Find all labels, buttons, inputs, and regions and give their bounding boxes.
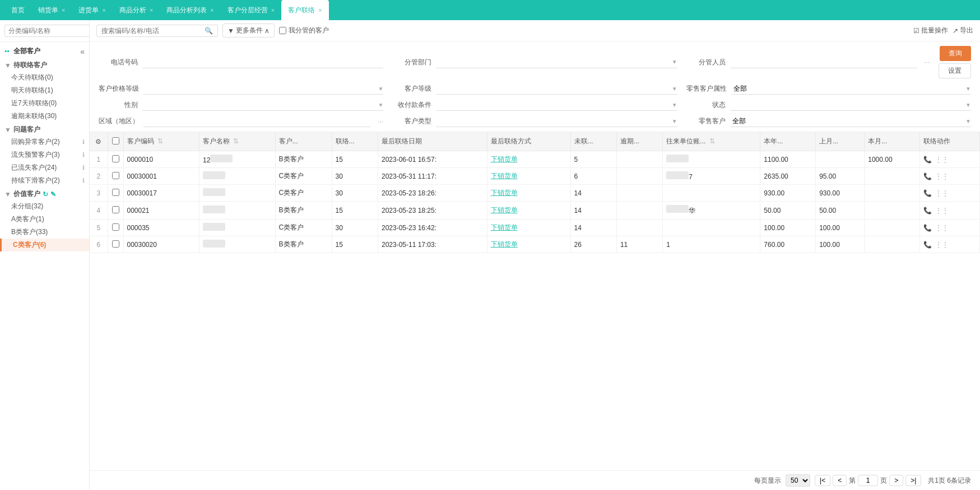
batch-btn[interactable]: ☑ 批量操作: [913, 26, 948, 35]
td-checkbox[interactable]: [108, 220, 123, 236]
dept-select[interactable]: [436, 57, 671, 68]
sidebar-item-overdue[interactable]: 逾期未联络(30): [0, 110, 89, 123]
close-product-analysis-icon[interactable]: ×: [150, 7, 153, 13]
my-customers-checkbox[interactable]: [279, 27, 286, 34]
page-input[interactable]: [858, 475, 878, 486]
collapse-btn[interactable]: «: [80, 47, 85, 56]
contact-link[interactable]: 下销货单: [491, 240, 518, 248]
search-input[interactable]: [101, 27, 202, 35]
search-icon[interactable]: 🔍: [205, 27, 213, 35]
td-last-method[interactable]: 下销货单: [487, 202, 570, 220]
customer-type-select[interactable]: [436, 115, 671, 127]
payment-select[interactable]: [436, 99, 671, 110]
row-checkbox[interactable]: [112, 155, 119, 162]
area-more-icon[interactable]: ···: [378, 118, 383, 125]
refresh-icon[interactable]: ↻: [43, 190, 48, 198]
td-checkbox[interactable]: [108, 236, 123, 253]
first-page-btn[interactable]: |<: [815, 475, 830, 486]
select-all-checkbox[interactable]: [112, 137, 119, 144]
th-checkbox[interactable]: [108, 132, 123, 151]
more-action-icon[interactable]: ⋮⋮: [935, 241, 949, 249]
row-checkbox[interactable]: [112, 240, 119, 248]
th-gear[interactable]: ⚙: [90, 132, 108, 151]
th-name[interactable]: 客户名称 ⇅: [199, 132, 276, 151]
manager-input[interactable]: [730, 57, 917, 68]
contact-link[interactable]: 下销货单: [491, 189, 518, 197]
td-checkbox[interactable]: [108, 202, 123, 220]
last-page-btn[interactable]: >|: [905, 475, 921, 486]
per-page-select[interactable]: 50: [786, 474, 810, 487]
sidebar-item-b-type[interactable]: B类客户(33): [0, 226, 89, 239]
row-checkbox[interactable]: [112, 172, 119, 179]
phone-action-icon[interactable]: 📞: [923, 224, 932, 232]
sidebar-item-today[interactable]: 今天待联络(0): [0, 71, 89, 84]
sidebar-item-declining[interactable]: 持续下滑客户(2) ℹ: [0, 174, 89, 187]
query-btn[interactable]: 查询: [940, 46, 971, 61]
nav-customer-contact[interactable]: 客户联络 ×: [281, 0, 328, 20]
customer-value-select[interactable]: [143, 83, 378, 94]
sidebar-item-tomorrow[interactable]: 明天待联络(1): [0, 84, 89, 97]
more-filters-btn[interactable]: ▼ 更多条件 ∧: [222, 24, 275, 38]
sidebar-item-churned[interactable]: 已流失客户(24) ℹ: [0, 161, 89, 174]
nav-customer-layer[interactable]: 客户分层经营 ×: [221, 0, 281, 20]
th-account[interactable]: 往来单位账... ⇅: [663, 132, 760, 151]
phone-action-icon[interactable]: 📞: [923, 241, 932, 249]
my-customers-checkbox-label[interactable]: 我分管的客户: [279, 26, 329, 35]
more-action-icon[interactable]: ⋮⋮: [935, 224, 949, 232]
td-last-method[interactable]: 下销货单: [487, 168, 570, 185]
row-checkbox[interactable]: [112, 223, 119, 231]
row-checkbox[interactable]: [112, 189, 119, 196]
retail-attr-select[interactable]: 全部: [731, 83, 965, 94]
row-checkbox[interactable]: [112, 206, 119, 213]
phone-action-icon[interactable]: 📞: [923, 207, 932, 214]
more-action-icon[interactable]: ⋮⋮: [935, 207, 949, 214]
close-customer-layer-icon[interactable]: ×: [271, 7, 275, 13]
nav-purchase[interactable]: 进货单 ×: [72, 0, 112, 20]
td-checkbox[interactable]: [108, 151, 123, 168]
contact-link[interactable]: 下销货单: [491, 172, 518, 180]
nav-product-analysis[interactable]: 商品分析 ×: [113, 0, 160, 20]
edit-icon[interactable]: ✎: [50, 190, 56, 198]
phone-action-icon[interactable]: 📞: [923, 189, 932, 197]
sidebar-item-c-type[interactable]: C类客户(6): [0, 239, 89, 251]
more-action-icon[interactable]: ⋮⋮: [935, 189, 949, 197]
gender-select[interactable]: [142, 99, 378, 110]
prev-page-btn[interactable]: <: [833, 475, 847, 486]
close-customer-contact-icon[interactable]: ×: [318, 7, 322, 13]
group-value-label[interactable]: ▼ 价值客户 ↻ ✎: [0, 187, 89, 200]
td-checkbox[interactable]: [108, 185, 123, 202]
nav-sales[interactable]: 销货单 ×: [31, 0, 72, 20]
close-product-list-icon[interactable]: ×: [210, 7, 213, 13]
customer-level-select[interactable]: [436, 83, 671, 94]
td-last-method[interactable]: 下销货单: [487, 185, 570, 202]
close-sales-icon[interactable]: ×: [62, 7, 65, 13]
sidebar-item-ungroup[interactable]: 未分组(32): [0, 200, 89, 213]
td-last-method[interactable]: 下销货单: [487, 220, 570, 236]
sidebar-item-a-type[interactable]: A类客户(1): [0, 213, 89, 226]
more-action-icon[interactable]: ⋮⋮: [935, 156, 949, 164]
close-purchase-icon[interactable]: ×: [102, 7, 105, 13]
sidebar-item-repurchase-abnormal[interactable]: 回购异常客户(2) ℹ: [0, 136, 89, 148]
phone-action-icon[interactable]: 📞: [923, 156, 932, 164]
group-pending-label[interactable]: ▼ 待联络客户: [0, 58, 89, 71]
td-last-method[interactable]: 下销货单: [487, 236, 570, 253]
phone-action-icon[interactable]: 📞: [923, 172, 932, 180]
status-select[interactable]: [730, 99, 965, 110]
group-problem-label[interactable]: ▼ 问题客户: [0, 123, 89, 136]
td-last-method[interactable]: 下销货单: [487, 151, 570, 168]
phone-input[interactable]: [142, 57, 383, 68]
sidebar-item-7days[interactable]: 近7天待联络(0): [0, 97, 89, 110]
more-action-icon[interactable]: ⋮⋮: [935, 172, 949, 180]
sidebar-search-input[interactable]: [4, 25, 90, 37]
contact-link[interactable]: 下销货单: [491, 223, 518, 231]
export-btn[interactable]: ↗ 导出: [953, 26, 973, 35]
next-page-btn[interactable]: >: [889, 475, 903, 486]
th-code[interactable]: 客户编码 ⇅: [123, 132, 199, 151]
sidebar-item-churn-warning[interactable]: 流失预警客户(3) ℹ: [0, 148, 89, 161]
more-icon[interactable]: ···: [924, 58, 930, 66]
area-input[interactable]: [143, 115, 371, 127]
contact-link[interactable]: 下销货单: [491, 206, 518, 214]
contact-link[interactable]: 下销货单: [491, 155, 518, 163]
nav-home[interactable]: 首页: [4, 0, 31, 20]
td-checkbox[interactable]: [108, 168, 123, 185]
